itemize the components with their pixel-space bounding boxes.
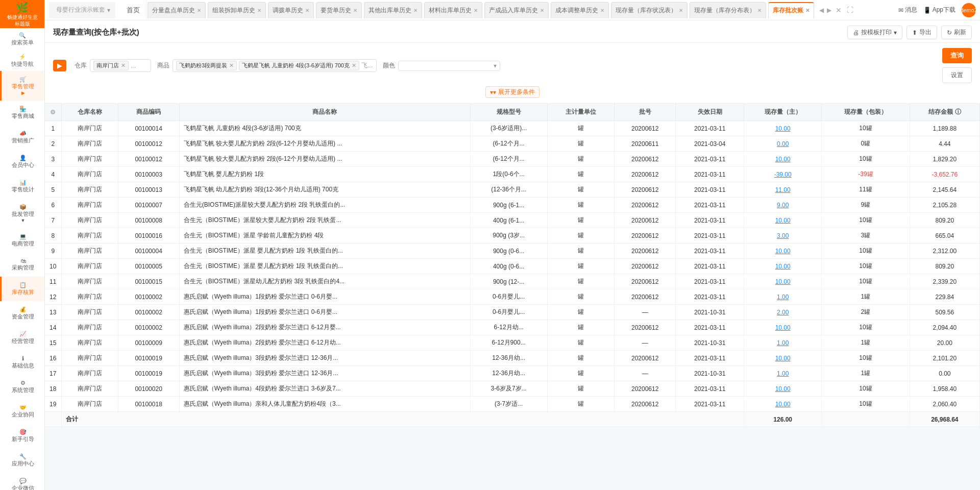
row-qty-main[interactable]: 1.00 xyxy=(744,289,822,305)
tab-home[interactable]: 首页 xyxy=(120,1,146,19)
row-qty-main[interactable]: 1.00 xyxy=(744,335,822,351)
download-icon: 📱 xyxy=(923,7,931,14)
tab-diaobo[interactable]: 调拨单历史 ✕ xyxy=(268,2,314,18)
row-qty-main[interactable]: 10.00 xyxy=(744,397,822,412)
row-name: 合生元(BIOSTIME)派星较大婴儿配方奶粉 2段 乳铁蛋白的... xyxy=(179,198,470,213)
tab-fenpan[interactable]: 分量盘点单历史 ✕ xyxy=(148,2,206,18)
tab-maximize[interactable]: ⛶ xyxy=(845,6,855,14)
tab-close-all[interactable]: ✕ xyxy=(834,6,844,14)
row-qty-main[interactable]: 10.00 xyxy=(744,259,822,274)
tab-batch-account[interactable]: 库存批次账 ✕ xyxy=(768,2,814,18)
app-download-btn[interactable]: 📱 App下载 xyxy=(923,6,955,14)
message-btn[interactable]: ✉ 消息 xyxy=(898,6,917,14)
row-qty-pkg: 3罐 xyxy=(822,228,910,243)
refresh-button[interactable]: ↻ 刷新 xyxy=(941,26,972,39)
tab-close-inventory-dist[interactable]: ✕ xyxy=(757,8,762,13)
tab-close-zuzhangchaijian[interactable]: ✕ xyxy=(257,8,261,13)
sidebar-item-system[interactable]: ⚙ 系统管理 xyxy=(0,375,44,399)
tab-close-yaohuo[interactable]: ✕ xyxy=(353,8,357,13)
expand-conditions-btn[interactable]: ▾▾ 展开更多条件 xyxy=(485,86,540,98)
sidebar-item-marketing[interactable]: 📣 营销推广 xyxy=(0,125,44,150)
row-qty-main[interactable]: 10.00 xyxy=(744,121,822,136)
row-qty-main[interactable]: 11.00 xyxy=(744,182,822,198)
row-unit: 罐 xyxy=(547,274,615,289)
warehouse-tag-remove[interactable]: ✕ xyxy=(121,62,126,69)
color-dropdown-arrow[interactable]: ▾ xyxy=(494,62,497,69)
tab-inventory-dist[interactable]: 现存量（库存分布表） ✕ xyxy=(690,2,766,18)
row-qty-main[interactable]: 0.00 xyxy=(744,136,822,152)
row-qty-main[interactable]: 2.00 xyxy=(744,305,822,320)
tab-zuzhangchaijian[interactable]: 组装拆卸单历史 ✕ xyxy=(208,2,266,18)
tab-cost-adjust[interactable]: 成本调整单历史 ✕ xyxy=(551,2,609,18)
sidebar-item-search[interactable]: 🔍 搜索英单 xyxy=(0,28,44,51)
warehouse-tag-container[interactable]: 南岸门店 ✕ ... xyxy=(90,59,151,72)
export-button[interactable]: ⬆ 导出 xyxy=(906,26,937,39)
product-tag-1-remove[interactable]: ✕ xyxy=(352,62,356,69)
product-tag-0-remove[interactable]: ✕ xyxy=(229,62,234,69)
product-ellipsis[interactable]: 飞... xyxy=(361,61,373,70)
gear-icon[interactable]: ⚙ xyxy=(49,109,57,116)
row-warehouse: 南岸门店 xyxy=(61,305,118,320)
color-tag-container[interactable]: ▾ xyxy=(398,61,500,71)
sidebar-item-retail-manage[interactable]: 🛒 零售管理 ▶ xyxy=(0,71,44,101)
user-avatar[interactable]: demo2 xyxy=(962,3,976,17)
sidebar-item-quicknav[interactable]: ⚡ 快捷导航 xyxy=(0,51,44,71)
sidebar-item-finance[interactable]: 💰 资金管理 xyxy=(0,301,44,326)
tab-production-in[interactable]: 产成品入库单历史 ✕ xyxy=(484,2,549,18)
tab-next-arrow[interactable]: ▶ xyxy=(826,7,832,14)
print-button[interactable]: 🖨 按模板打印 ▾ xyxy=(847,26,902,39)
row-qty-main[interactable]: 10.00 xyxy=(744,152,822,167)
row-qty-main[interactable]: 1.00 xyxy=(744,366,822,381)
sidebar-item-ecommerce[interactable]: 💻 电商管理 xyxy=(0,228,44,253)
tab-close-production-in[interactable]: ✕ xyxy=(540,8,544,13)
sidebar-item-retail-mall[interactable]: 🏪 零售商城 xyxy=(0,101,44,125)
filter-warehouse-group: 仓库 南岸门店 ✕ ... xyxy=(75,59,151,72)
row-unit: 罐 xyxy=(547,121,615,136)
row-qty-main[interactable]: 9.00 xyxy=(744,198,822,213)
tab-otheroutstock[interactable]: 其他出库单历史 ✕ xyxy=(364,2,422,18)
table-row: 19 南岸门店 00100018 惠氏启赋（Wyeth illuma）亲和人体儿… xyxy=(45,397,980,412)
row-qty-main[interactable]: 3.00 xyxy=(744,228,822,243)
row-qty-main[interactable]: -39.00 xyxy=(744,167,822,182)
tab-close-diaobo[interactable]: ✕ xyxy=(305,8,309,13)
sidebar-item-purchase[interactable]: 🛍 采购管理 xyxy=(0,253,44,277)
sidebar-item-collab[interactable]: 🤝 企业协同 xyxy=(0,399,44,424)
sidebar-item-wechat-work[interactable]: 💬 企业微信 xyxy=(0,473,44,490)
tab-close-fenpan[interactable]: ✕ xyxy=(197,8,201,13)
row-qty-main[interactable]: 10.00 xyxy=(744,274,822,289)
sidebar-item-basic-info[interactable]: ℹ 基础信息 xyxy=(0,350,44,375)
row-qty-main[interactable]: 10.00 xyxy=(744,381,822,397)
tab-materialout[interactable]: 材料出库单历史 ✕ xyxy=(424,2,482,18)
sidebar-item-operations[interactable]: 📈 经营管理 xyxy=(0,326,44,350)
sidebar-item-inventory[interactable]: 📋 库存核算 xyxy=(0,277,44,301)
newguide-icon: 🎯 xyxy=(19,429,27,435)
tab-close-otheroutstock[interactable]: ✕ xyxy=(413,8,418,13)
row-batch: 20200612 xyxy=(615,320,676,335)
warehouse-ellipsis[interactable]: ... xyxy=(131,62,136,69)
sidebar-item-appcenter[interactable]: 🔧 应用中心 xyxy=(0,448,44,473)
sidebar-item-retail-stats[interactable]: 📊 零售统计 xyxy=(0,174,44,199)
tab-inventory-status[interactable]: 现存量（库存状况表） ✕ xyxy=(611,2,688,18)
sidebar-item-wholesale[interactable]: 📦 批发管理 ▼ xyxy=(0,199,44,228)
sidebar-item-newguide[interactable]: 🎯 新手引导 xyxy=(0,424,44,448)
product-tag-container[interactable]: 飞鹤奶粉3段两提装 ✕ 飞鹤星飞帆 儿童奶粉 4段(3-6岁适用) 700克 ✕… xyxy=(173,59,377,72)
row-qty-main[interactable]: 10.00 xyxy=(744,351,822,366)
row-qty-main[interactable]: 10.00 xyxy=(744,243,822,259)
row-amount: 20.00 xyxy=(910,335,979,351)
tab-prev-arrow[interactable]: ◀ xyxy=(818,7,825,14)
tab-close-inventory-status[interactable]: ✕ xyxy=(679,8,683,13)
row-unit: 罐 xyxy=(547,167,615,182)
filter-expand-left-btn[interactable]: ▶ xyxy=(53,60,66,71)
tab-close-batch-account[interactable]: ✕ xyxy=(805,8,810,13)
tab-yaohuo[interactable]: 要货单历史 ✕ xyxy=(316,2,362,18)
sidebar-item-member[interactable]: 👤 会员中心 xyxy=(0,150,44,174)
tab-close-materialout[interactable]: ✕ xyxy=(474,8,478,13)
row-qty-main[interactable]: 10.00 xyxy=(744,320,822,335)
row-qty-main[interactable]: 10.00 xyxy=(744,213,822,228)
row-no: 19 xyxy=(45,397,61,412)
tab-close-cost-adjust[interactable]: ✕ xyxy=(600,8,604,13)
industry-selector[interactable]: 母婴行业演示账套 ▾ xyxy=(49,2,115,18)
query-button[interactable]: 查询 xyxy=(942,48,972,63)
setting-button[interactable]: 设置 xyxy=(942,67,972,83)
summary-label: 合计 xyxy=(61,412,744,427)
